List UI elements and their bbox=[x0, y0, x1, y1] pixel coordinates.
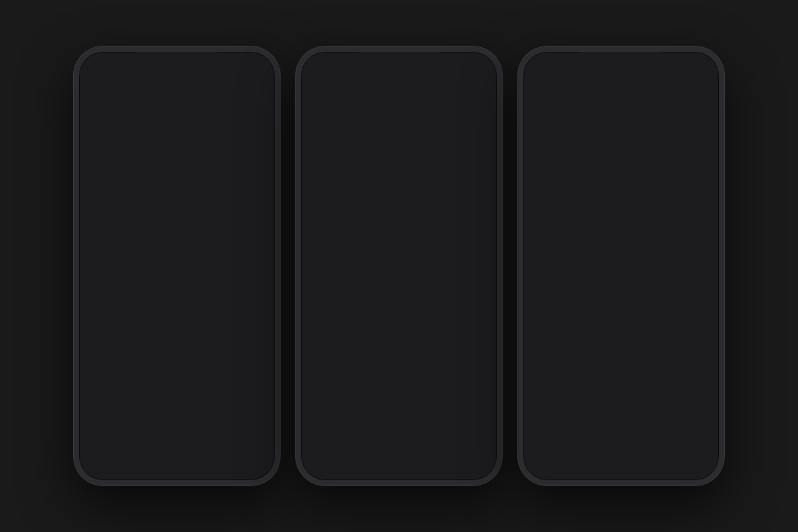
reply-action-icon[interactable]: 💬 bbox=[549, 272, 563, 285]
ig-activity-nav[interactable]: ♡ bbox=[466, 450, 479, 467]
bree-timestamp-text: 10:09 PM · 5/31/20 · bbox=[533, 229, 600, 237]
tweet-content-1: 👩🏾 Tarana ✓ @TaranaBurke ⌄ I'm trying to… bbox=[79, 102, 275, 416]
reply-1-replying: Replying to @BreeNewsome bbox=[562, 309, 710, 317]
tweet-actions-row: 💬 🔁 ♡ ⬆ bbox=[533, 269, 710, 291]
reply-1-verified: ✓ bbox=[643, 299, 648, 306]
tarana-avatar-img: 👩🏾 bbox=[88, 110, 116, 138]
ig-account-name: BLACKCOFFEEWITHWHITEFRIENDS bbox=[342, 85, 456, 92]
ig-caption-text: Memorial Day is a strange holiday for bl… bbox=[309, 332, 488, 442]
search-nav-1[interactable]: 🔍 bbox=[145, 452, 160, 467]
reply-input-3[interactable]: Tweet your reply bbox=[557, 423, 710, 440]
ig-post-username[interactable]: blackcoffeewithwhitefriends bbox=[334, 118, 473, 128]
ig-add-nav[interactable]: ⊕ bbox=[418, 450, 430, 467]
messages-nav-3[interactable]: ✉️ bbox=[687, 452, 702, 467]
tweet-header-title: Tweet bbox=[162, 85, 192, 97]
signal-icon-2: ▌▌▌ bbox=[443, 66, 457, 73]
ig-post-image bbox=[301, 138, 497, 291]
thread-back-button[interactable]: ‹ bbox=[534, 84, 538, 98]
msnbc-avatar: M bbox=[96, 211, 117, 232]
reply-1-share[interactable]: ⬆ bbox=[666, 380, 672, 388]
search-nav-3[interactable]: 🔍 bbox=[589, 452, 604, 467]
tarana-name: Tarana bbox=[123, 110, 151, 120]
notifications-nav-3[interactable]: 🔔19 bbox=[638, 452, 653, 467]
ig-header-center: BLACKCOFFEEWITHWHITEFRIENDS Posts bbox=[342, 85, 456, 103]
svg-rect-14 bbox=[301, 245, 497, 291]
ig-back-button[interactable]: ‹ bbox=[312, 87, 316, 101]
ig-bookmark-icon[interactable]: 🔖 bbox=[472, 297, 489, 313]
bree-avatar: 👩🏾 bbox=[533, 110, 561, 138]
reply-1-comment[interactable]: 💬 11 bbox=[562, 380, 582, 388]
ig-caption-username: blackcoffeewithwhitefriends bbox=[309, 332, 407, 340]
status-bar-1: 9:43 ▌▌▌ ▲ ▐█▌ bbox=[79, 52, 275, 81]
notifications-nav-1[interactable]: 🔔19 bbox=[194, 452, 209, 467]
dot-1 bbox=[398, 303, 401, 307]
bree-timestamp: 10:09 PM · 5/31/20 · Twitter Web App bbox=[533, 229, 710, 243]
share-action-icon[interactable]: ⬆ bbox=[684, 272, 693, 285]
ig-like-icon[interactable]: ♡ bbox=[309, 297, 321, 313]
reply-2-name: PackFanatic bbox=[562, 402, 608, 412]
thread-reply-1: 👩🏾 Bree Newsome Bass ✓ @BreeNe... · 2d R… bbox=[533, 291, 710, 396]
tarana-handle: @TaranaBurke bbox=[123, 120, 251, 128]
home-nav-3[interactable]: 🏠 bbox=[541, 452, 555, 467]
bree-user-row: 👩🏾 Bree Newsome Bass ✓ @BreeNewsome bbox=[533, 110, 710, 138]
phone-2: 9:47 ▌▌▌ ▲ ▐█▌ ‹ BLACKCOFFEEWITHWHITEFRI… bbox=[296, 47, 502, 485]
ig-home-nav[interactable]: ⌂ bbox=[319, 450, 328, 467]
ig-post-more-icon[interactable]: ··· bbox=[479, 116, 489, 130]
retweet-action-icon[interactable]: 🔁 bbox=[596, 272, 609, 285]
time-1: 9:43 bbox=[92, 65, 110, 74]
battery-icon-2: ▐█▌ bbox=[469, 66, 483, 73]
reply-1-text: These police forces need to withdraw fro… bbox=[562, 320, 710, 376]
tarana-verified-icon: ✓ bbox=[154, 110, 160, 119]
reply-avatar-1: 👩🏾 bbox=[88, 422, 107, 441]
home-nav-1[interactable]: 🏠 bbox=[96, 452, 111, 467]
svg-rect-11 bbox=[404, 225, 431, 228]
svg-point-3 bbox=[446, 181, 475, 215]
battery-icon-1: ▐█▌ bbox=[247, 66, 261, 73]
msnbc-logo: msnbc bbox=[233, 339, 253, 346]
reply-1-name: Bree Newsome Bass bbox=[562, 297, 640, 307]
wifi-icon-2: ▲ bbox=[460, 65, 467, 73]
reply-box-1: 👩🏾 Tweet your reply bbox=[79, 416, 275, 446]
thread-content: 👩🏾 Bree Newsome Bass ✓ @BreeNewsome Poli… bbox=[523, 102, 719, 416]
tweet-chevron-1: ⌄ bbox=[257, 110, 265, 120]
messages-nav-1[interactable]: ✉️ bbox=[243, 452, 257, 467]
reply-avatar-3: 👤 bbox=[533, 422, 551, 441]
battery-icon-3: ▐█▌ bbox=[692, 66, 706, 73]
ig-share-icon[interactable]: ▷ bbox=[354, 297, 364, 313]
svg-rect-10 bbox=[402, 165, 433, 177]
breaking-news-badge: BREAKING NEWS bbox=[101, 329, 253, 338]
reply-1-retweet[interactable]: 🔁 368 bbox=[593, 380, 616, 388]
like-action-icon[interactable]: ♡ bbox=[642, 272, 651, 285]
tweet-stats: 7,178 Retweets 20.7K Likes bbox=[533, 249, 710, 264]
ig-content: BCWF blackcoffeewithwhitefriends ··· bbox=[301, 108, 497, 442]
time-2: 9:47 bbox=[315, 65, 332, 74]
bree-avatar-img: 👩🏾 bbox=[533, 110, 561, 138]
bottom-nav-1: 🏠 🔍 🔔19 ✉️ bbox=[79, 446, 275, 480]
status-icons-2: ▌▌▌ ▲ ▐█▌ bbox=[443, 65, 483, 73]
reply-1-avatar: 👩🏾 bbox=[533, 297, 557, 321]
msnbc-quote-header: M MSNBC ✓ @MSNBC · 5d bbox=[96, 211, 258, 232]
news-headline-text: STANDING: THERE'S A RESTAURANT POLICE bbox=[101, 339, 253, 346]
reply-box-3: 👤 Tweet your reply bbox=[523, 416, 719, 446]
bree-name-row: Bree Newsome Bass ✓ bbox=[567, 110, 710, 120]
tarana-user-info: Tarana ✓ @TaranaBurke bbox=[123, 110, 251, 128]
ig-comment-icon[interactable]: 💬 bbox=[329, 297, 346, 313]
bree-name: Bree Newsome Bass bbox=[567, 110, 652, 120]
ig-posts-title: Posts bbox=[342, 92, 456, 103]
wifi-icon-1: ▲ bbox=[237, 65, 245, 73]
phone-1-screen: 9:43 ▌▌▌ ▲ ▐█▌ Tweet ⌄ 👩🏾 Tarana bbox=[79, 52, 275, 480]
ig-carousel-dots bbox=[398, 303, 413, 307]
reply-input-1[interactable]: Tweet your reply bbox=[112, 423, 265, 440]
bcwf-logo: BCWF bbox=[309, 113, 329, 133]
ig-photo-background bbox=[301, 138, 497, 291]
ig-photo-svg bbox=[301, 138, 497, 291]
tweet-header: Tweet ⌄ bbox=[79, 81, 275, 102]
ig-search-nav[interactable]: 🔍 bbox=[364, 450, 382, 467]
ig-reaction-icons: 😊🙌 bbox=[309, 318, 332, 329]
reply-1-like[interactable]: ♡ 1,470 bbox=[628, 380, 656, 388]
ig-like-count: 12,257 others bbox=[426, 319, 473, 327]
reply-1-actions: 💬 11 🔁 368 ♡ 1,470 ⬆ bbox=[562, 380, 710, 388]
twitter-web-app-link[interactable]: Twitter Web App bbox=[600, 229, 654, 237]
msnbc-quote-card: M MSNBC ✓ @MSNBC · 5d Andrea Jenkins, vi… bbox=[88, 203, 265, 357]
header-chevron-1: ⌄ bbox=[256, 86, 264, 96]
